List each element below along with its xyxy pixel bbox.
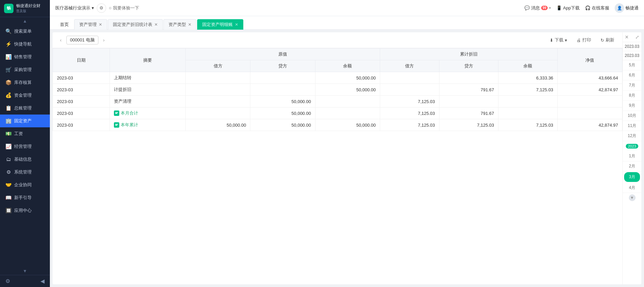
main-panel: ‹ 000001 电脑 › ⬇ 下载 ▾ 🖨 打印 ↻	[53, 32, 622, 284]
sidebar-item-fixed[interactable]: 🏢 固定资产	[0, 115, 50, 127]
col-acc-credit: 贷方	[439, 60, 498, 72]
table-cell: 2023-03	[53, 72, 110, 84]
sidebar-label-apps: 应用中心	[14, 208, 32, 214]
sidebar-item-collab[interactable]: 🤝 企业协同	[0, 179, 50, 191]
tab-depreciation[interactable]: 固定资产折旧统计表✕	[108, 19, 163, 30]
main-area: 医疗器械行业演示 ▾ ⚙ ○ 我要体验一下 💬 消息 99 + 📱 App下载 …	[50, 0, 644, 287]
company-name: 医疗器械行业演示	[55, 5, 90, 11]
sidebar-item-system[interactable]: ⚙ 系统管理	[0, 166, 50, 179]
sidebar-item-ledger[interactable]: 📋 总账管理	[0, 102, 50, 115]
trial-button[interactable]: ○ 我要体验一下	[109, 5, 139, 11]
app-download-button[interactable]: 📱 App下载	[556, 5, 580, 11]
tab-home[interactable]: 首页	[55, 20, 73, 30]
messages-badge: 99	[541, 6, 548, 10]
timeline-month[interactable]: 10月	[623, 111, 641, 121]
sidebar-item-purchase[interactable]: 🛒 采购管理	[0, 63, 50, 76]
tab-asset-type[interactable]: 资产类型✕	[163, 19, 196, 30]
sidebar-scroll-down[interactable]: ▼	[0, 267, 50, 275]
trial-label: 我要体验一下	[113, 5, 139, 11]
tab-asset-detail[interactable]: 固定资产明细账✕	[197, 19, 243, 30]
timeline-month[interactable]: 4月	[623, 183, 641, 193]
table-cell: 资产清理	[110, 96, 185, 107]
timeline-month[interactable]: 6月	[623, 70, 641, 81]
tab-close-depreciation[interactable]: ✕	[154, 22, 158, 27]
timeline-header-date1: 2023.03	[623, 42, 641, 51]
print-button[interactable]: 🖨 打印	[574, 36, 594, 44]
tabbar: 首页资产管理✕固定资产折旧统计表✕资产类型✕固定资产明细账✕	[50, 16, 644, 30]
timeline-month[interactable]: 5月	[623, 60, 641, 70]
table-cell: 2023-03	[53, 96, 110, 107]
table-cell	[315, 107, 380, 119]
timeline-month[interactable]: 9月	[623, 101, 641, 111]
table-row: 2023-03资产清理50,000.007,125.03	[53, 96, 622, 107]
sidebar-item-payroll[interactable]: 💵 工资	[0, 127, 50, 140]
table-cell	[498, 96, 558, 107]
sidebar-scroll-up[interactable]: ▲	[0, 17, 50, 25]
table-cell: 50,000.00	[250, 119, 315, 131]
sidebar-icon-inventory: 📦	[5, 79, 11, 86]
col-date: 日期	[53, 49, 110, 72]
download-icon: 📱	[556, 5, 562, 10]
col-acc-debit: 借方	[380, 60, 439, 72]
online-service-button[interactable]: 🎧 在线客服	[585, 5, 609, 11]
timeline-month[interactable]: 2月	[623, 161, 641, 171]
col-orig-credit: 贷方	[250, 60, 315, 72]
tab-close-asset-type[interactable]: ✕	[188, 22, 191, 27]
sidebar-label-funds: 资金管理	[14, 92, 32, 98]
sidebar-item-ops[interactable]: 📈 经营管理	[0, 140, 50, 153]
messages-button[interactable]: 💬 消息 99 +	[524, 5, 551, 11]
tab-assets[interactable]: 资产管理✕	[74, 19, 107, 30]
highlight-icon	[114, 110, 119, 116]
download-icon: ⬇	[550, 38, 553, 43]
col-acc-balance: 余额	[498, 60, 558, 72]
table-row: 2023-03 本月合计50,000.007,125.03791.67	[53, 107, 622, 119]
download-dropdown-icon: ▾	[565, 38, 567, 43]
company-settings-button[interactable]: ⚙	[97, 3, 106, 13]
sidebar-icon-funds: 💰	[5, 92, 11, 98]
settings-icon[interactable]: ⚙	[5, 278, 10, 284]
topbar-left: 医疗器械行业演示 ▾ ⚙ ○ 我要体验一下	[55, 3, 139, 13]
sidebar-item-base[interactable]: 🗂 基础信息	[0, 153, 50, 166]
sidebar-item-search[interactable]: 🔍 搜索菜单	[0, 25, 50, 38]
sidebar-item-sales[interactable]: 📊 销售管理	[0, 51, 50, 63]
timeline-month[interactable]: 11月	[623, 121, 641, 131]
prev-asset-button[interactable]: ‹	[58, 37, 64, 43]
sidebar-item-apps[interactable]: 🔲 应用中心	[0, 204, 50, 217]
sidebar-item-funds[interactable]: 💰 资金管理	[0, 89, 50, 102]
table-cell	[439, 96, 498, 107]
messages-label: 消息	[531, 5, 540, 11]
collapse-icon[interactable]: ◀	[40, 278, 44, 284]
message-icon: 💬	[524, 5, 530, 10]
sidebar-item-quicknav[interactable]: ⚡ 快捷导航	[0, 38, 50, 51]
timeline-month[interactable]: 12月	[623, 131, 641, 141]
timeline-panel: ✕ ⤢ 2023.03 2023.03 5月6月7月8月9月10月11月12月2…	[622, 32, 641, 284]
timeline-month[interactable]: 8月	[623, 91, 641, 101]
timeline-month[interactable]: 7月	[623, 81, 641, 91]
timeline-month[interactable]: 3月	[624, 172, 640, 182]
tab-close-asset-detail[interactable]: ✕	[235, 22, 238, 27]
table-cell: 50,000.00	[186, 119, 250, 131]
app-title: 畅捷通好业财	[16, 3, 40, 9]
timeline-scroll-down[interactable]: ▼	[629, 194, 636, 201]
sidebar-icon-ledger: 📋	[5, 105, 11, 111]
table-cell	[250, 84, 315, 96]
col-orig-balance: 余额	[315, 60, 380, 72]
tab-label-depreciation: 固定资产折旧统计表	[113, 22, 152, 28]
sidebar-item-guide[interactable]: 📖 新手引导	[0, 191, 50, 204]
company-selector[interactable]: 医疗器械行业演示 ▾	[55, 5, 94, 11]
download-button[interactable]: ⬇ 下载 ▾	[547, 36, 570, 44]
highlight-icon	[114, 122, 119, 128]
timeline-expand-button[interactable]: ⤢	[635, 34, 639, 40]
table-cell: 7,125.03	[380, 107, 439, 119]
app-logo: 畅	[4, 4, 13, 13]
table-cell: 6,333.36	[498, 72, 558, 84]
timeline-year-label: 2023	[623, 141, 641, 151]
timeline-month[interactable]: 1月	[623, 151, 641, 161]
timeline-close-button[interactable]: ✕	[625, 34, 629, 40]
sidebar-item-inventory[interactable]: 📦 库存核算	[0, 76, 50, 89]
tab-close-assets[interactable]: ✕	[99, 22, 102, 27]
app-edition: 普及版	[16, 9, 40, 13]
next-asset-button[interactable]: ›	[101, 37, 107, 43]
user-menu[interactable]: 👤 畅捷通	[615, 3, 639, 13]
refresh-button[interactable]: ↻ 刷新	[598, 36, 617, 44]
